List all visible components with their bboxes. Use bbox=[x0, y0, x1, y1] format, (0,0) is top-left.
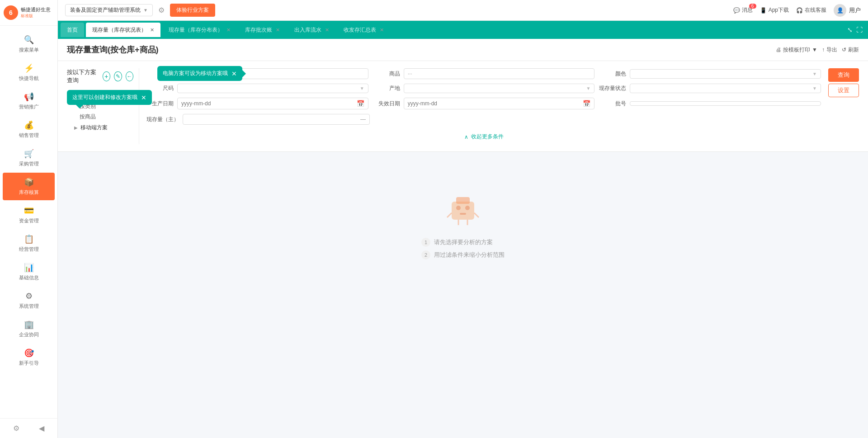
sidebar-item-guide[interactable]: 🎯 新手引导 bbox=[3, 344, 55, 371]
filter-row1: 仓库 ··· 商品 ··· 颜色 bbox=[146, 68, 821, 79]
tab-inventory-status[interactable]: 现存量（库存状况表） ✕ bbox=[86, 23, 160, 37]
svg-line-6 bbox=[474, 213, 479, 217]
scheme-desktop-sub2[interactable]: 按商品 bbox=[67, 112, 133, 122]
tooltip1-text: 电脑方案可设为移动方案哦 bbox=[163, 70, 228, 77]
svg-line-5 bbox=[447, 213, 452, 217]
sidebar-item-sales[interactable]: 💰 销售管理 bbox=[3, 116, 55, 143]
empty-step-2: 2 用过滤条件来缩小分析范围 bbox=[421, 250, 505, 259]
sidebar-item-purchase[interactable]: 🛒 采购管理 bbox=[3, 144, 55, 172]
tab-inventory-status-close[interactable]: ✕ bbox=[150, 27, 154, 33]
app-download-action[interactable]: 📱 App下载 bbox=[760, 6, 789, 14]
expire-date-input[interactable] bbox=[408, 100, 583, 107]
online-support-action[interactable]: 🎧 在线客服 bbox=[796, 6, 826, 14]
tab-in-out-flow[interactable]: 出入库流水 ✕ bbox=[288, 23, 335, 37]
stock-status-control[interactable]: ▼ bbox=[630, 84, 821, 93]
tab-home-label: 首页 bbox=[67, 26, 78, 34]
filter-stock-main: 现存量（主） — bbox=[146, 114, 370, 125]
message-action[interactable]: 💬 消息 6 bbox=[733, 6, 753, 14]
stock-status-dropdown-icon: ▼ bbox=[812, 86, 817, 91]
produce-date-input[interactable] bbox=[181, 100, 357, 107]
batch-control[interactable] bbox=[630, 101, 821, 106]
search-button[interactable]: 查询 bbox=[828, 68, 859, 82]
collapse-sidebar-icon[interactable]: ◀ bbox=[37, 422, 46, 434]
sidebar-item-basic[interactable]: 📊 基础信息 bbox=[3, 258, 55, 286]
expire-date-calendar-icon: 📅 bbox=[583, 100, 590, 107]
search-icon: 🔍 bbox=[24, 35, 34, 45]
export-icon: ↑ bbox=[822, 47, 825, 53]
sidebar-item-operations[interactable]: 📋 经营管理 bbox=[3, 230, 55, 257]
tab-inventory-dist-close[interactable]: ✕ bbox=[226, 27, 231, 33]
logo-text: 畅捷通好生意 bbox=[21, 6, 51, 13]
filter-row3: 生产日期 📅 失效日期 📅 bbox=[146, 98, 821, 109]
tooltip1-close[interactable]: ✕ bbox=[231, 70, 237, 77]
user-area[interactable]: 👤 用户 bbox=[834, 4, 861, 17]
set-button[interactable]: 设置 bbox=[828, 84, 859, 97]
sidebar: 6 畅捷通好生意 标准版 🔍 搜索菜单 ⚡ 快捷导航 📢 营销推广 💰 销售管理… bbox=[0, 0, 58, 438]
tab-inventory-batch[interactable]: 库存批次账 ✕ bbox=[239, 23, 286, 37]
trial-button[interactable]: 体验行业方案 bbox=[170, 4, 215, 17]
svg-point-3 bbox=[465, 206, 470, 210]
system-icon: ⚙ bbox=[25, 291, 33, 301]
system-selector[interactable]: 装备及固定资产辅助管理系统 ▼ bbox=[65, 4, 153, 16]
filter-size: 尺码 ▼ bbox=[146, 84, 368, 93]
print-action[interactable]: 🖨 按模板打印 ▼ bbox=[776, 46, 817, 54]
tooltip1-popup: 电脑方案可设为移动方案哦 ✕ bbox=[157, 66, 242, 81]
sidebar-item-marketing[interactable]: 📢 营销推广 bbox=[3, 87, 55, 115]
logo-icon: 6 bbox=[4, 5, 18, 20]
tab-inventory-dist[interactable]: 现存量（库存分布表） ✕ bbox=[162, 23, 237, 37]
goods-control[interactable]: ··· bbox=[404, 68, 595, 79]
sidebar-bottom: ⚙ ◀ bbox=[0, 418, 57, 438]
sales-icon: 💰 bbox=[24, 120, 34, 130]
refresh-action[interactable]: ↺ 刷新 bbox=[842, 46, 859, 54]
sidebar-item-search[interactable]: 🔍 搜索菜单 bbox=[3, 30, 55, 58]
guide-icon: 🎯 bbox=[24, 348, 34, 358]
logo-badge: 标准版 bbox=[21, 13, 51, 19]
tab-maximize-icon[interactable]: ⤡ bbox=[847, 26, 853, 33]
edit-scheme-button[interactable]: ✎ bbox=[114, 71, 122, 81]
message-badge: 6 bbox=[749, 4, 756, 9]
size-control[interactable]: ▼ bbox=[177, 84, 368, 93]
sidebar-item-quick-nav[interactable]: ⚡ 快捷导航 bbox=[3, 59, 55, 86]
tab-inventory-dist-label: 现存量（库存分布表） bbox=[169, 26, 223, 34]
back-button[interactable]: ← bbox=[126, 71, 134, 81]
export-action[interactable]: ↑ 导出 bbox=[822, 46, 837, 54]
filter-goods: 商品 ··· bbox=[373, 68, 595, 79]
sidebar-item-inventory[interactable]: 📦 库存核算 bbox=[3, 173, 55, 200]
goods-label: 商品 bbox=[373, 70, 400, 78]
collapse-bar[interactable]: ∧ 收起更多条件 bbox=[146, 129, 821, 144]
settings-bottom-icon[interactable]: ⚙ bbox=[11, 422, 21, 434]
filter-stock-status: 现存量状态 ▼ bbox=[599, 84, 821, 93]
content-area: 现存量查询(按仓库+商品) 🖨 按模板打印 ▼ ↑ 导出 ↺ 刷新 bbox=[58, 39, 868, 438]
avatar-icon: 👤 bbox=[837, 7, 844, 14]
sidebar-item-system[interactable]: ⚙ 系统管理 bbox=[3, 287, 55, 314]
produce-date-control[interactable]: 📅 bbox=[177, 98, 368, 109]
filter-area: 仓库 ··· 商品 ··· 颜色 bbox=[146, 68, 821, 144]
stock-main-control[interactable]: — bbox=[183, 114, 370, 125]
tab-in-out-flow-close[interactable]: ✕ bbox=[325, 27, 329, 33]
headset-icon: 🎧 bbox=[796, 7, 803, 14]
tab-in-out-flow-label: 出入库流水 bbox=[294, 26, 321, 34]
tooltip2-popup: 这里可以创建和修改方案哦 ✕ bbox=[67, 90, 152, 105]
tab-home[interactable]: 首页 bbox=[61, 23, 84, 37]
sidebar-item-finance[interactable]: 💳 资金管理 bbox=[3, 201, 55, 229]
color-dropdown-icon: ▼ bbox=[812, 71, 817, 76]
tab-inventory-batch-close[interactable]: ✕ bbox=[276, 27, 280, 33]
empty-steps: 1 请先选择要分析的方案 2 用过滤条件来缩小分析范围 bbox=[421, 238, 505, 259]
scheme-mobile[interactable]: ▶ 移动端方案 bbox=[67, 122, 133, 133]
empty-icon bbox=[443, 188, 483, 229]
color-control[interactable]: ▼ bbox=[630, 69, 821, 79]
tooltip2-close[interactable]: ✕ bbox=[141, 94, 146, 101]
tab-fullscreen-icon[interactable]: ⛶ bbox=[856, 26, 863, 33]
operations-icon: 📋 bbox=[24, 234, 34, 244]
gear-button[interactable]: ⚙ bbox=[158, 6, 165, 14]
origin-control[interactable]: ▼ bbox=[404, 84, 595, 93]
tab-collect-summary-close[interactable]: ✕ bbox=[380, 27, 384, 33]
user-name: 用户 bbox=[849, 6, 861, 14]
tab-collect-summary[interactable]: 收发存汇总表 ✕ bbox=[337, 23, 390, 37]
svg-rect-1 bbox=[456, 197, 470, 204]
expire-date-control[interactable]: 📅 bbox=[404, 98, 595, 109]
add-scheme-button[interactable]: + bbox=[103, 71, 111, 81]
sidebar-item-enterprise[interactable]: 🏢 企业协同 bbox=[3, 315, 55, 343]
query-label: 按以下方案查询 bbox=[67, 68, 99, 85]
origin-label: 产地 bbox=[373, 85, 400, 92]
